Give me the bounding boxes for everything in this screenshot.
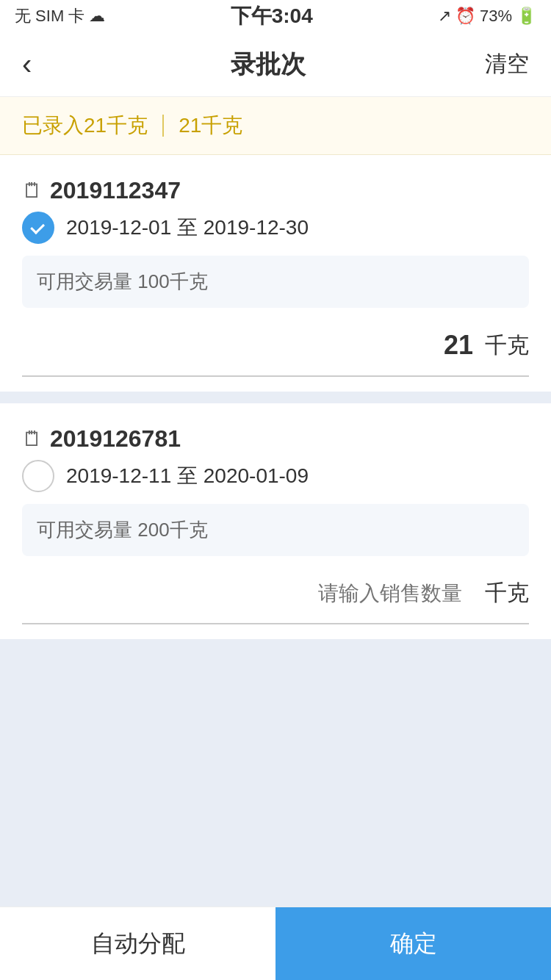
bottom-bar: 自动分配 确定 [0,907,551,980]
page-title: 录批次 [231,48,306,82]
nav-bar: ‹ 录批次 清空 [0,32,551,97]
availability-1: 可用交易量 100千克 [22,256,529,308]
batch-date-1: 2019-12-01 至 2019-12-30 [66,214,309,242]
content-area: 🗒 2019112347 2019-12-01 至 2019-12-30 可用交… [0,155,551,980]
qty-input-2[interactable] [210,582,473,605]
qty-unit-1: 千克 [485,331,529,361]
batch-id-2: 2019126781 [50,425,181,453]
battery-text: 73% [480,7,512,26]
qty-row-2[interactable]: 千克 [0,571,551,623]
location-icon: ↗ [438,7,451,26]
batch-icon-1: 🗒 [22,179,43,203]
status-left: 无 SIM 卡 ☁ [15,5,105,27]
info-divider [162,115,164,137]
section-divider [0,392,551,403]
batch-date-row-1: 2019-12-01 至 2019-12-30 [0,212,551,256]
status-bar: 无 SIM 卡 ☁ 下午3:04 ↗ ⏰ 73% 🔋 [0,0,551,32]
status-right: ↗ ⏰ 73% 🔋 [438,7,536,26]
availability-text-2: 可用交易量 200千克 [37,519,208,541]
auto-distribute-button[interactable]: 自动分配 [0,907,276,980]
batch-header-1: 🗒 2019112347 [0,155,551,212]
confirm-button[interactable]: 确定 [276,907,551,980]
availability-2: 可用交易量 200千克 [22,504,529,556]
back-button[interactable]: ‹ [22,48,66,81]
batch-date-2: 2019-12-11 至 2020-01-09 [66,462,309,490]
availability-text-1: 可用交易量 100千克 [37,270,208,292]
batch-id-1: 2019112347 [50,177,181,204]
batch-header-2: 🗒 2019126781 [0,403,551,460]
clock-icon: ⏰ [455,7,475,26]
status-time: 下午3:04 [231,2,313,30]
battery-icon: 🔋 [516,7,536,26]
recorded-value: 21千克 [179,112,242,140]
qty-row-1: 21 千克 [0,323,551,375]
clear-button[interactable]: 清空 [470,49,529,79]
info-banner: 已录入21千克 21千克 [0,97,551,155]
recorded-label: 已录入21千克 [22,112,148,140]
qty-value-1: 21 [414,330,473,361]
batch-item-1: 🗒 2019112347 2019-12-01 至 2019-12-30 可用交… [0,155,551,392]
radio-2[interactable] [22,460,54,492]
no-sim-text: 无 SIM 卡 ☁ [15,5,105,27]
radio-1[interactable] [22,212,54,244]
qty-unit-2: 千克 [485,578,529,608]
batch-icon-2: 🗒 [22,427,43,451]
batch-date-row-2: 2019-12-11 至 2020-01-09 [0,460,551,504]
batch-item-2: 🗒 2019126781 2019-12-11 至 2020-01-09 可用交… [0,403,551,639]
